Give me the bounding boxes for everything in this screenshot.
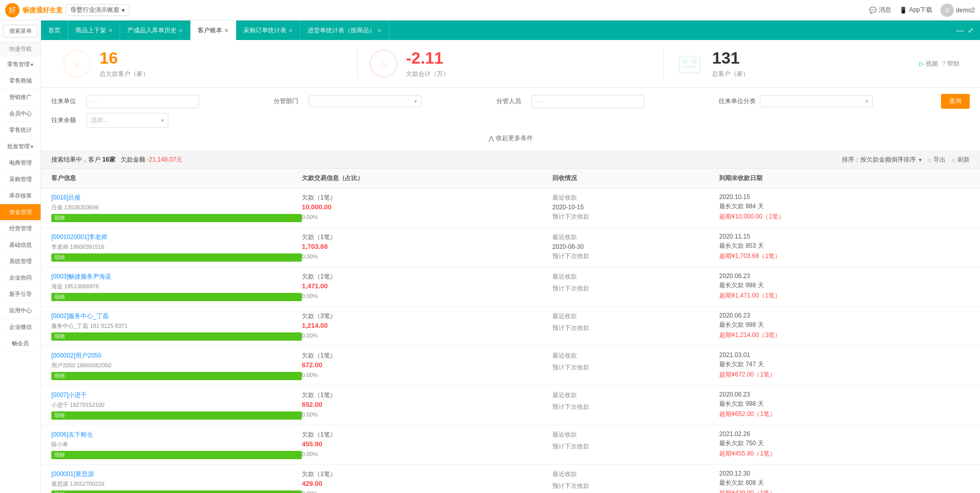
filter-vendor-label: 往来单位 (51, 97, 82, 106)
customer-name-1[interactable]: [0001020001]李老师 (51, 233, 302, 242)
sidebar-item-enterprise[interactable]: 企业协同 (0, 270, 41, 286)
overdue-days-6: 最长欠款 750 天 (719, 439, 970, 448)
overdue-date-6: 2021.02.26 (719, 430, 970, 438)
col-header-debt: 欠款交易信息（占比） (302, 174, 552, 183)
repay-info-7: 最近收款 预计下次收款 (552, 470, 719, 490)
tab-purchase-stats[interactable]: 进货单统计表（按商品） ✕ (300, 21, 389, 40)
sidebar-item-finance[interactable]: 资金管理 (0, 204, 41, 221)
avatar: D (940, 4, 954, 17)
sidebar-item-weixin[interactable]: 企业微信 (0, 319, 41, 336)
sidebar-item-basic-info[interactable]: 基础信息 (0, 237, 41, 253)
tab-close-production[interactable]: ✕ (179, 28, 183, 33)
sidebar-item-retail-store[interactable]: 零售商城 (0, 73, 41, 89)
filter-vendor-input[interactable]: ··· (86, 95, 199, 108)
tab-close-purchase-orders[interactable]: ✕ (289, 28, 293, 33)
overdue-amount-4[interactable]: 超期¥672.00（1笔） (719, 370, 970, 379)
tab-production[interactable]: 产成品入库单历史 ✕ (120, 21, 190, 40)
sidebar-item-marketing[interactable]: 营销推广 (0, 89, 41, 106)
debt-count-0: 欠款（1笔） (302, 193, 552, 202)
export-btn[interactable]: ○ 导出 (928, 155, 946, 164)
debt-info-1: 欠款（1笔） 1,703.68 0.00% (302, 233, 552, 260)
overdue-info-6: 2021.02.26 最长欠款 750 天 超期¥455.90（1笔） (719, 430, 970, 458)
debt-amount-3[interactable]: 1,214.00 (302, 322, 552, 329)
debt-amount-5[interactable]: 652.00 (302, 401, 552, 408)
sidebar-item-system[interactable]: 系统管理 (0, 253, 41, 270)
message-btn[interactable]: 💬 消息 (869, 6, 891, 14)
tab-maximize-btn[interactable]: ⤢ (966, 26, 976, 34)
filter-dept-select[interactable]: ▾ (309, 95, 421, 107)
sidebar-item-batch-mgmt[interactable]: 批发管理 ▾ (0, 139, 41, 155)
debt-amount-2[interactable]: 1,471.00 (302, 282, 552, 290)
sidebar-item-operation[interactable]: 经营管理 (0, 221, 41, 237)
overdue-amount-0[interactable]: 超期¥10,000.00（1笔） (719, 212, 970, 221)
tab-close-customer-accounts[interactable]: ✕ (224, 28, 228, 33)
sidebar-item-new-guide[interactable]: 新手引导 (0, 286, 41, 303)
customer-name-3[interactable]: [0002]服务中心_丁磊 (51, 312, 302, 321)
overdue-date-5: 2020.06.23 (719, 391, 970, 398)
filter-row-2: 往来余额 选择... ▾ (51, 113, 970, 128)
debt-amount-7[interactable]: 429.00 (302, 480, 552, 487)
overdue-amount-6[interactable]: 超期¥455.90（1笔） (719, 449, 970, 458)
overdue-amount-1[interactable]: 超期¥1,703.68（1笔） (719, 252, 970, 261)
collapse-btn[interactable]: ⋀ 收起更多条件 (487, 132, 535, 145)
debt-info-0: 欠款（1笔） 10,000.00 0.00% (302, 193, 552, 220)
filter-person-input[interactable]: ··· (531, 95, 644, 108)
customer-info-1: [0001020001]李老师 李老师 18600391516 现销 (51, 233, 302, 262)
debt-amount-0[interactable]: 10,000.00 (302, 203, 552, 211)
sidebar-item-purchase[interactable]: 采购管理 (0, 171, 41, 188)
customer-phone-0: 吕俊 13026203696 (51, 204, 302, 211)
tab-close-products[interactable]: ✕ (108, 28, 112, 33)
tab-purchase-orders[interactable]: 采购订单统计表 ✕ (236, 21, 300, 40)
repay-next-1: 预计下次收款 (552, 252, 719, 261)
customer-name-2[interactable]: [0003]畅捷服务尹海蓝 (51, 272, 302, 281)
sidebar-item-app-center[interactable]: 应用中心 (0, 303, 41, 319)
customer-name-0[interactable]: [0016]吕俊 (51, 193, 302, 202)
overdue-amount-7[interactable]: 超期¥429.00（1笔） (719, 489, 970, 493)
overdue-days-1: 最长欠款 853 天 (719, 242, 970, 250)
overdue-amount-5[interactable]: 超期¥652.00（1笔） (719, 410, 970, 419)
sidebar-item-member[interactable]: 会员中心 (0, 106, 41, 122)
filter-category-select[interactable]: ▾ (760, 95, 873, 107)
user-menu[interactable]: D demo2 (940, 4, 975, 17)
overdue-amount-2[interactable]: 超期¥1,471.00（1笔） (719, 291, 970, 300)
overdue-days-2: 最长欠款 998 天 (719, 281, 970, 290)
tab-customer-accounts[interactable]: 客户账本 ✕ (190, 21, 236, 40)
logo-icon: 好 (5, 3, 20, 17)
search-button[interactable]: 查询 (941, 94, 970, 109)
table-row: [0016]吕俊 吕俊 13026203696 现销 欠款（1笔） 10,000… (41, 188, 980, 228)
sidebar-item-ecommerce[interactable]: 电商管理 (0, 155, 41, 171)
customer-name-7[interactable]: [000001]黄思源 (51, 470, 302, 479)
sort-select[interactable]: 排序：按欠款金额倒序排序 ▾ (842, 155, 921, 164)
results-actions: 排序：按欠款金额倒序排序 ▾ ○ 导出 ○ 刷新 (842, 155, 970, 164)
filter-balance-select[interactable]: 选择... ▾ (86, 113, 168, 128)
refresh-btn[interactable]: ○ 刷新 (952, 155, 970, 164)
debt-amount-4[interactable]: 672.00 (302, 361, 552, 369)
sidebar-item-inventory[interactable]: 库存核算 (0, 188, 41, 204)
customer-name-4[interactable]: [000002]用户2050 (51, 351, 302, 360)
tab-minimize-btn[interactable]: — (954, 26, 966, 34)
tab-close-purchase-stats[interactable]: ✕ (377, 28, 381, 33)
debt-amount-6[interactable]: 455.90 (302, 440, 552, 448)
app-download-btn[interactable]: 📱 App下载 (899, 6, 932, 14)
overdue-total-icon: ◇ (368, 48, 399, 79)
store-selector[interactable]: 母婴行业演示账套 ▾ (66, 4, 129, 16)
video-btn[interactable]: ▷ 视频 (919, 60, 938, 68)
sidebar-item-vip[interactable]: 畅会员 (0, 336, 41, 352)
tab-bar-right: — ⤢ (950, 26, 980, 34)
tab-products[interactable]: 商品上下架 ✕ (68, 21, 120, 40)
customer-name-5[interactable]: [0007]小进千 (51, 391, 302, 400)
customer-info-7: [000001]黄思源 黄思源 13552700226 现销 (51, 470, 302, 493)
help-btn[interactable]: ? 帮助 (942, 60, 959, 68)
tab-home[interactable]: 首页 (41, 21, 68, 40)
sidebar-item-retail-stats[interactable]: 零售统计 (0, 122, 41, 139)
content-area: 首页 商品上下架 ✕ 产成品入库单历史 ✕ 客户账本 ✕ 采购订单统计表 ✕ 进… (41, 21, 980, 493)
filter-category-label: 往来单位分类 (719, 97, 756, 106)
col-header-repay: 回收情况 (552, 174, 719, 183)
sidebar-item-retail-mgmt[interactable]: 零售管理 ▾ (0, 56, 41, 73)
overdue-amount-3[interactable]: 超期¥1,214.00（3笔） (719, 331, 970, 340)
overdue-days-0: 最长欠款 884 天 (719, 202, 970, 211)
repay-next-3: 预计下次收款 (552, 324, 719, 332)
search-menu-btn[interactable]: 搜索菜单 (3, 25, 37, 37)
debt-amount-1[interactable]: 1,703.68 (302, 243, 552, 250)
customer-name-6[interactable]: [0006]去下粮仓 (51, 430, 302, 439)
